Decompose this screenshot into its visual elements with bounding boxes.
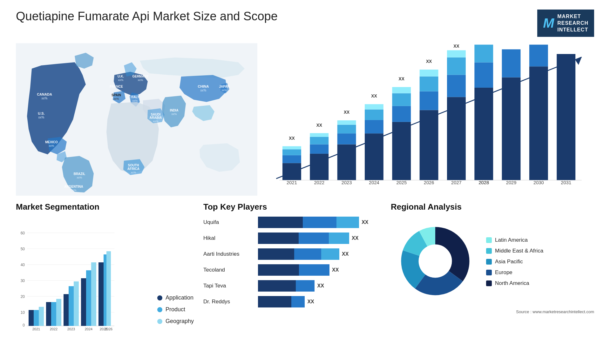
svg-text:10: 10 (21, 310, 25, 315)
svg-rect-62 (392, 87, 411, 93)
svg-text:XX: XX (344, 110, 350, 115)
svg-text:xx%: xx% (200, 89, 207, 92)
svg-text:FRANCE: FRANCE (110, 85, 123, 88)
players-list: Uquifa XX Hikal (203, 217, 381, 307)
svg-rect-118 (86, 270, 91, 326)
svg-rect-53 (365, 134, 383, 180)
player-row-hikal: Hikal XX (203, 233, 381, 244)
player-name-aarti: Aarti Industries (203, 251, 254, 257)
svg-rect-109 (46, 302, 51, 326)
svg-rect-66 (420, 91, 438, 110)
world-map-svg: CANADA xx% U.S. xx% MEXICO xx% BRAZIL xx… (16, 43, 257, 196)
seg-legend: Application Product Geography (157, 294, 194, 337)
svg-text:xx%: xx% (131, 171, 136, 174)
svg-text:XX: XX (453, 44, 459, 49)
svg-rect-84 (529, 67, 548, 180)
svg-text:2022: 2022 (50, 327, 58, 331)
top-row: CANADA xx% U.S. xx% MEXICO xx% BRAZIL xx… (16, 43, 594, 196)
player-row-tapiteva: Tapi Teva XX (203, 280, 381, 292)
seg-svg-wrap: 60 50 40 30 20 10 0 (16, 228, 148, 337)
player-row-tecoland: Tecoland XX (203, 264, 381, 276)
svg-text:XX: XX (426, 59, 432, 64)
main-content: CANADA xx% U.S. xx% MEXICO xx% BRAZIL xx… (16, 43, 594, 351)
bar-chart-svg: XX 2021 XX 2022 XX 2023 (267, 43, 594, 196)
player-bar-wrap-tecoland: XX (258, 264, 381, 276)
regional-title: Regional Analysis (391, 202, 594, 212)
svg-text:xx%: xx% (171, 112, 177, 116)
player-name-hikal: Hikal (203, 235, 254, 241)
svg-rect-74 (447, 51, 466, 58)
svg-text:xx%: xx% (42, 97, 48, 100)
player-name-tapiteva: Tapi Teva (203, 283, 254, 289)
svg-rect-50 (337, 120, 356, 125)
reg-legend-middle-east: Middle East & Africa (486, 248, 543, 254)
reg-label-middle-east: Middle East & Africa (495, 248, 543, 254)
svg-rect-79 (474, 45, 493, 63)
logo-box: M MARKET RESEARCH INTELLECT (537, 10, 594, 37)
reg-dot-asia-pacific (486, 259, 492, 265)
svg-rect-65 (420, 110, 438, 180)
svg-rect-105 (29, 310, 34, 326)
svg-rect-77 (474, 88, 493, 180)
svg-text:SPAIN: SPAIN (112, 93, 121, 97)
svg-rect-67 (420, 77, 438, 91)
svg-rect-121 (98, 262, 104, 326)
svg-text:2025: 2025 (396, 180, 407, 185)
player-name-tecoland: Tecoland (203, 267, 254, 273)
segmentation-title: Market Segmentation (16, 202, 194, 212)
svg-text:2029: 2029 (506, 180, 517, 185)
svg-rect-106 (34, 310, 39, 326)
svg-text:xx%: xx% (113, 89, 119, 92)
svg-text:50: 50 (21, 247, 25, 251)
svg-text:AFRICA: AFRICA (127, 167, 139, 171)
reg-dot-middle-east (486, 248, 492, 254)
svg-rect-125 (106, 251, 111, 326)
svg-rect-49 (337, 125, 356, 133)
svg-rect-82 (502, 50, 521, 78)
logo-letter: M (543, 16, 554, 31)
reg-label-asia-pacific: Asia Pacific (495, 259, 523, 265)
svg-rect-81 (502, 78, 521, 180)
svg-text:xx%: xx% (38, 116, 44, 119)
svg-text:30: 30 (21, 279, 25, 283)
svg-rect-60 (392, 106, 411, 122)
regional-section: Regional Analysis (391, 202, 594, 351)
svg-text:XX: XX (289, 136, 295, 141)
svg-text:xx%: xx% (77, 176, 82, 179)
legend-dot-application (157, 295, 162, 300)
player-bar-wrap-aarti: XX (258, 248, 381, 260)
player-row-aarti: Aarti Industries XX (203, 248, 381, 260)
svg-rect-87 (557, 54, 575, 180)
svg-text:xx%: xx% (138, 78, 143, 82)
legend-application: Application (157, 294, 194, 301)
reg-legend-north-america: North America (486, 280, 543, 286)
key-players-section: Top Key Players Uquifa XX (203, 202, 381, 351)
svg-text:SOUTH: SOUTH (128, 164, 139, 167)
svg-rect-54 (365, 120, 383, 133)
bottom-row: Market Segmentation 60 50 40 30 20 10 0 (16, 202, 594, 351)
svg-text:2031: 2031 (561, 180, 571, 185)
svg-text:ARGENTINA: ARGENTINA (64, 185, 83, 188)
svg-point-132 (419, 245, 452, 278)
donut-chart (391, 217, 480, 306)
page: Quetiapine Fumarate Api Market Size and … (0, 0, 610, 364)
reg-label-europe: Europe (495, 269, 512, 276)
svg-text:xx%: xx% (49, 144, 54, 147)
svg-text:2022: 2022 (314, 180, 324, 185)
reg-dot-latin-america (486, 237, 492, 243)
donut-wrap (391, 217, 480, 307)
svg-text:xx%: xx% (153, 120, 158, 123)
svg-text:xx%: xx% (113, 97, 119, 100)
header: Quetiapine Fumarate Api Market Size and … (16, 10, 594, 37)
svg-text:60: 60 (21, 231, 25, 235)
svg-rect-37 (282, 150, 301, 156)
svg-text:2026: 2026 (424, 180, 434, 185)
source-text: Source : www.marketresearchintellect.com (391, 309, 594, 314)
svg-rect-68 (420, 70, 438, 77)
reg-label-latin-america: Latin America (495, 237, 528, 243)
svg-rect-115 (74, 281, 79, 326)
player-bar-wrap-uquifa: XX (258, 217, 381, 228)
seg-chart-container: 60 50 40 30 20 10 0 (16, 217, 194, 337)
svg-rect-41 (310, 154, 329, 180)
legend-dot-geography (157, 319, 162, 324)
